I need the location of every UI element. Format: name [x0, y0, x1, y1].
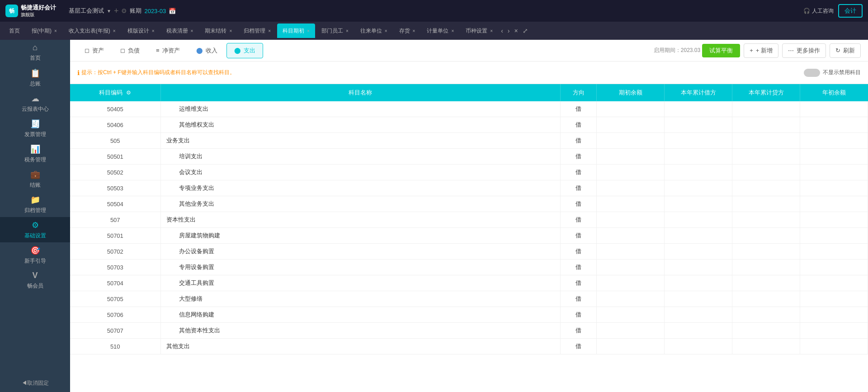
- tab-archive[interactable]: 归档管理 ×: [238, 24, 276, 38]
- col-header-year-balance: 年初余额: [800, 84, 868, 101]
- table-row[interactable]: 507 资本性支出 借: [70, 212, 868, 228]
- cell-dir: 借: [561, 228, 597, 244]
- ledger-icon: 📋: [30, 68, 40, 78]
- sub-tab-label: 支出: [244, 47, 255, 55]
- cell-code: 50501: [70, 149, 160, 165]
- sidebar-item-label: 云报表中心: [22, 105, 49, 113]
- sidebar-item-tax[interactable]: 📊 税务管理: [0, 141, 70, 166]
- sub-tab-liabilities[interactable]: ◻ 负债: [113, 43, 147, 58]
- settings-icon[interactable]: ⚙: [121, 7, 127, 14]
- table-row[interactable]: 50405 运维维支出 借: [70, 101, 868, 117]
- tab-dept-staff[interactable]: 部门员工 ×: [316, 24, 354, 38]
- tab-subject-init[interactable]: 科目期初 ×: [277, 24, 315, 38]
- account-name[interactable]: 基层工会测试 ▼ + ⚙ 账期 2023-03 📅: [69, 6, 799, 16]
- sidebar-item-label: 归档管理: [24, 207, 46, 214]
- tab-tax-schedule[interactable]: 税表清册 ×: [161, 24, 199, 38]
- table-row[interactable]: 50704 交通工具购置 借: [70, 275, 868, 291]
- tab-period-end[interactable]: 期末结转 ×: [199, 24, 237, 38]
- tab-home[interactable]: 首页: [4, 24, 25, 38]
- cell-name: 会议支出: [160, 165, 561, 180]
- sidebar-item-ledger[interactable]: 📋 总账: [0, 65, 70, 90]
- tab-contacts[interactable]: 往来单位 ×: [355, 24, 393, 38]
- table-row[interactable]: 50504 其他业务支出 借: [70, 196, 868, 212]
- sidebar-item-closing[interactable]: 💼 结账: [0, 166, 70, 192]
- tab-close-icon[interactable]: ×: [54, 28, 57, 33]
- sidebar-item-invoice[interactable]: 🧾 发票管理: [0, 116, 70, 141]
- support-button[interactable]: 🎧 人工咨询: [803, 7, 834, 15]
- tab-inventory[interactable]: 存货 ×: [394, 24, 421, 38]
- tab-currency[interactable]: 币种设置 ×: [460, 24, 498, 38]
- refresh-button[interactable]: ↻ 刷新: [830, 43, 861, 58]
- tab-report-midterm[interactable]: 报(中期) ×: [26, 24, 62, 38]
- disabled-toggle[interactable]: [804, 69, 820, 77]
- cell-dir: 借: [561, 180, 597, 196]
- sub-tab-net-assets[interactable]: ≡ 净资产: [149, 43, 187, 58]
- table-row[interactable]: 50406 其他维权支出 借: [70, 117, 868, 133]
- cell-name: 运维维支出: [160, 101, 561, 117]
- tab-expand-icon[interactable]: ⤢: [521, 27, 530, 34]
- tab-close-icon[interactable]: ×: [413, 28, 415, 33]
- sub-tab-assets[interactable]: ◻ 资产: [77, 43, 111, 58]
- sidebar-item-member[interactable]: V 畅会员: [0, 268, 70, 293]
- tab-close-icon[interactable]: ×: [385, 28, 387, 33]
- cell-credit: [732, 133, 800, 149]
- tab-close-icon[interactable]: ×: [113, 28, 116, 33]
- cell-name: 信息网络购建: [160, 307, 561, 323]
- period-info: 启用期间：2023.03: [654, 47, 700, 54]
- tab-close-icon[interactable]: ×: [451, 28, 454, 33]
- tab-unit[interactable]: 计量单位 ×: [421, 24, 459, 38]
- member-icon: V: [32, 271, 38, 280]
- tab-close-icon[interactable]: ×: [268, 28, 271, 33]
- trial-balance-button[interactable]: 试算平衡: [702, 44, 740, 57]
- tab-prev-icon[interactable]: ‹: [499, 27, 505, 34]
- sub-tab-expenditure[interactable]: ⬤ 支出: [226, 43, 263, 58]
- cell-name: 办公设备购置: [160, 244, 561, 260]
- tab-income-annual[interactable]: 收入支出表(年报) ×: [63, 24, 121, 38]
- add-account-icon[interactable]: +: [114, 6, 119, 16]
- tab-close-icon[interactable]: ×: [152, 28, 155, 33]
- column-settings-icon[interactable]: ⚙: [126, 90, 131, 96]
- table-row[interactable]: 50502 会议支出 借: [70, 165, 868, 180]
- cloud-icon: ☁: [31, 94, 39, 104]
- cancel-fixed-button[interactable]: ◀取消固定: [0, 374, 70, 392]
- tab-close-icon[interactable]: ×: [191, 28, 193, 33]
- sub-tab-income[interactable]: ⬤ 收入: [189, 43, 225, 58]
- table-row[interactable]: 50706 信息网络购建 借: [70, 307, 868, 323]
- more-actions-button[interactable]: ⋯ 更多操作: [782, 43, 826, 58]
- cell-debit: [665, 149, 732, 165]
- table-row[interactable]: 50702 办公设备购置 借: [70, 244, 868, 260]
- tab-close-icon[interactable]: ×: [229, 28, 232, 33]
- sidebar: ⌂ 首页 📋 总账 ☁ 云报表中心 🧾 发票管理 📊 税务管理 💼 结账 📁 归…: [0, 40, 70, 392]
- table-row[interactable]: 505 业务支出 借: [70, 133, 868, 149]
- tab-close-icon[interactable]: ×: [307, 28, 310, 33]
- table-row[interactable]: 50503 专项业务支出 借: [70, 180, 868, 196]
- table-row[interactable]: 510 其他支出 借: [70, 339, 868, 354]
- table-row[interactable]: 50703 专用设备购置 借: [70, 260, 868, 275]
- calendar-icon[interactable]: 📅: [169, 8, 176, 14]
- cell-dir: 借: [561, 133, 597, 149]
- table-row[interactable]: 50707 其他资本性支出 借: [70, 323, 868, 339]
- sidebar-item-archive[interactable]: 📁 归档管理: [0, 192, 70, 217]
- sidebar-item-guide[interactable]: 🎯 新手引导: [0, 242, 70, 268]
- account-type-button[interactable]: 会计: [838, 4, 863, 18]
- sub-tab-label: 收入: [206, 47, 217, 55]
- cell-code: 507: [70, 212, 160, 228]
- cell-balance: [597, 180, 665, 196]
- sidebar-item-settings[interactable]: ⚙ 基础设置: [0, 217, 70, 242]
- cell-debit: [665, 101, 732, 117]
- tab-close-all-icon[interactable]: ×: [512, 27, 519, 34]
- add-button[interactable]: + + 新增: [744, 43, 778, 58]
- table-row[interactable]: 50701 房屋建筑物购建 借: [70, 228, 868, 244]
- sidebar-item-home[interactable]: ⌂ 首页: [0, 40, 70, 65]
- tab-template-design[interactable]: 模版设计 ×: [122, 24, 160, 38]
- closing-icon: 💼: [30, 170, 40, 179]
- tab-next-icon[interactable]: ›: [506, 27, 512, 34]
- tab-close-icon[interactable]: ×: [490, 28, 493, 33]
- tab-close-icon[interactable]: ×: [346, 28, 349, 33]
- cell-code: 50707: [70, 323, 160, 339]
- table-row[interactable]: 50501 培训支出 借: [70, 149, 868, 165]
- cell-code: 50405: [70, 101, 160, 117]
- cell-code: 50701: [70, 228, 160, 244]
- table-row[interactable]: 50705 大型修缮 借: [70, 291, 868, 307]
- sidebar-item-cloud-reports[interactable]: ☁ 云报表中心: [0, 90, 70, 116]
